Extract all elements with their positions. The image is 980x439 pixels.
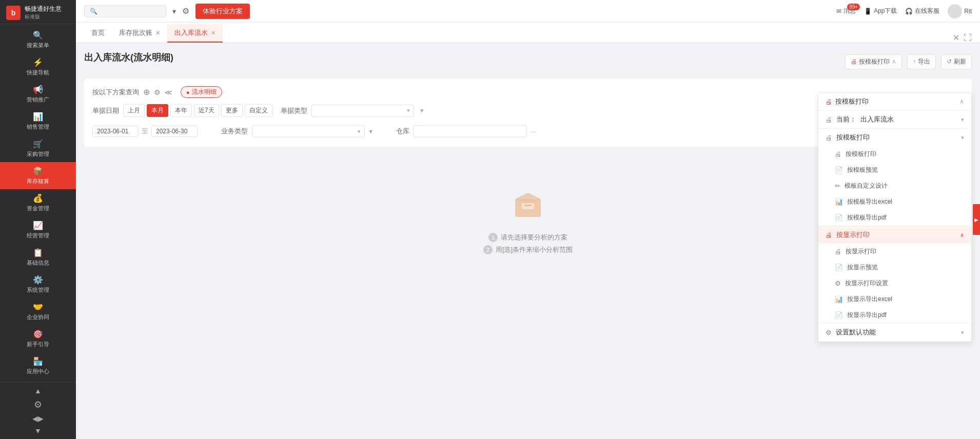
hint-2-num: 2 [483,245,493,254]
sidebar-item-label: 系统管理 [27,286,49,294]
print-label: 按模板打印 [859,57,890,66]
print-panel-current-header[interactable]: 🖨 当前： 出入库流水 ▾ [818,111,971,128]
sidebar-item-coop[interactable]: 🤝 企业协同 [0,298,76,325]
sidebar-item-appstore[interactable]: 🏪 应用中心 [0,352,76,380]
app-download-label: App下载 [874,7,897,15]
export-label: 导出 [918,57,930,66]
app-header: 🔍 ▾ ⚙ 体验行业方案 ✉ 消息 99+ 📱 App下载 🎧 在线客服 Rit [76,0,980,23]
empty-hint-2: 2 用[选]条件来缩小分析范围 [483,245,573,254]
template-custom-icon: ✏ [835,182,840,190]
message-button[interactable]: ✉ 消息 99+ [836,7,856,15]
refresh-button[interactable]: ↺ 刷新 [941,54,972,69]
sidebar-settings-icon[interactable]: ⚙ [34,399,42,410]
filter-tag-label: 流水明细 [192,88,217,96]
template-print-action-item[interactable]: 🖨 按模板打印 [818,146,971,162]
header-search-box[interactable]: 🔍 [84,5,166,17]
display-export-pdf-item[interactable]: 📄 按显示导出pdf [818,307,971,323]
date-current-month[interactable]: 本月 [147,104,168,117]
header-dropdown-icon[interactable]: ▾ [172,7,176,15]
sidebar-collapse-icon[interactable]: ◀▶ [32,414,44,423]
print-button[interactable]: 🖨 按模板打印 ∧ [845,54,902,69]
date-from-input[interactable] [92,126,139,137]
tab-flow-close[interactable]: ✕ [211,30,215,36]
print-panel-title: 🖨 按模板打印 [826,97,869,106]
date-options: 上月 本月 本年 近7天 更多 自定义 [123,104,272,117]
business-type-label: 业务类型 [221,127,248,136]
tab-close-all-icon[interactable]: ✕ [953,33,959,43]
print-icon: 🖨 [851,58,857,65]
tab-batch[interactable]: 库存批次账 ✕ [112,24,167,43]
date-current-year[interactable]: 本年 [170,104,192,117]
user-avatar-area[interactable]: Rit [948,4,972,18]
sales-icon: 📊 [33,112,43,122]
add-filter-icon[interactable]: ⊕ [143,87,150,97]
template-print-arrow: ▾ [961,134,964,141]
sidebar-item-basic[interactable]: 📋 基础信息 [0,244,76,271]
template-print-header[interactable]: 🖨 按模板打印 ▾ [818,129,971,146]
sidebar-item-operation[interactable]: 📈 经营管理 [0,216,76,244]
filter-settings-icon[interactable]: ⚙ [154,88,161,96]
tab-flow[interactable]: 出入库流水 ✕ [167,24,223,43]
trial-button[interactable]: 体验行业方案 [195,4,250,19]
sidebar-item-inventory[interactable]: 📦 库存核算 [0,162,76,189]
template-export-pdf-item[interactable]: 📄 按模板导出pdf [818,210,971,226]
header-settings-icon[interactable]: ⚙ [182,6,189,16]
display-preview-item[interactable]: 📄 按显示预览 [818,260,971,275]
print-panel-collapse-icon[interactable]: ∧ [959,98,964,105]
sidebar-item-search[interactable]: 🔍 搜索菜单 [0,26,76,53]
display-print-header[interactable]: 🖨 按显示打印 ∧ [818,226,971,244]
print-panel-current-title: 🖨 当前： 出入库流水 [826,115,894,124]
sidebar-item-sales[interactable]: 📊 销售管理 [0,108,76,135]
business-type-select-wrap [252,125,365,137]
sidebar-scroll-up[interactable]: ▲ [34,387,42,395]
date-custom[interactable]: 自定义 [245,104,272,117]
date-more[interactable]: 更多 [221,104,243,117]
app-download-button[interactable]: 📱 App下载 [864,7,897,15]
tab-home-label: 首页 [91,28,105,37]
filter-collapse-icon[interactable]: ≪ [165,88,172,96]
export-button[interactable]: ↑ 导出 [907,54,936,69]
set-default-arrow: ▾ [961,329,964,336]
tab-home[interactable]: 首页 [84,24,112,43]
display-print-arrow: ∧ [960,232,964,238]
guide-icon: 🎯 [33,329,43,339]
header-right: ✉ 消息 99+ 📱 App下载 🎧 在线客服 Rit [836,4,972,18]
display-print-settings-item[interactable]: ⚙ 按显示打印设置 [818,275,971,291]
empty-hint-1: 1 请先选择要分析的方案 [488,233,567,242]
bill-type-more-icon[interactable]: ▾ [420,107,424,114]
sidebar-item-shortcut[interactable]: ⚡ 快捷导航 [0,53,76,81]
display-print-action-item[interactable]: 🖨 按显示打印 [818,244,971,260]
bill-type-select[interactable] [311,105,414,117]
display-export-excel-item[interactable]: 📊 按显示导出excel [818,291,971,307]
sidebar-item-system[interactable]: ⚙️ 系统管理 [0,271,76,298]
warehouse-input[interactable] [414,125,526,137]
display-print-section-icon: 🖨 [826,231,832,239]
sidebar-item-label: 销售管理 [27,123,49,131]
tab-maximize-icon[interactable]: ⛶ [964,33,972,43]
template-export-pdf-icon: 📄 [835,214,843,222]
template-preview-item[interactable]: 📄 按模板预览 [818,162,971,178]
filter-tag[interactable]: ● 流水明细 [181,86,222,98]
warehouse-dots-icon[interactable]: ··· [531,127,537,135]
date-prev-month[interactable]: 上月 [123,104,145,117]
tab-batch-close[interactable]: ✕ [155,30,160,36]
template-print-item-icon: 🖨 [835,150,841,158]
service-button[interactable]: 🎧 在线客服 [905,7,939,15]
date-last-7[interactable]: 近7天 [194,104,219,117]
template-export-excel-item[interactable]: 📊 按模板导出excel [818,194,971,210]
business-type-select[interactable] [252,125,365,137]
sidebar-item-label: 快捷导航 [27,69,49,76]
right-scroll-indicator[interactable]: ▶ [973,204,980,235]
template-print-submenu: 🖨 按模板打印 📄 按模板预览 ✏ 模板自定义设计 📊 按模板导出excel [818,146,971,226]
sidebar-item-guide[interactable]: 🎯 新手引导 [0,325,76,352]
sidebar-item-purchase[interactable]: 🛒 采购管理 [0,135,76,162]
template-custom-item[interactable]: ✏ 模板自定义设计 [818,178,971,194]
display-export-pdf-icon: 📄 [835,311,843,319]
tab-bar: 首页 库存批次账 ✕ 出入库流水 ✕ ✕ ⛶ [76,23,980,43]
date-to-input[interactable] [151,126,198,137]
sidebar-scroll-down[interactable]: ▼ [34,427,42,435]
sidebar-item-finance[interactable]: 💰 资金管理 [0,189,76,216]
set-default-header[interactable]: ⚙ 设置默认功能 ▾ [818,324,971,341]
service-icon: 🎧 [905,8,913,15]
sidebar-item-marketing[interactable]: 📢 营销推广 [0,81,76,108]
